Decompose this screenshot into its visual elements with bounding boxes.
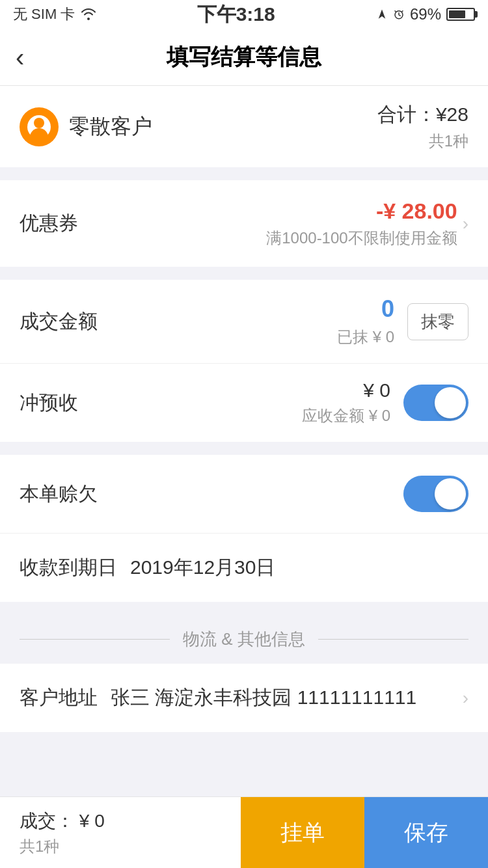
due-date-row: 收款到期日 2019年12月30日 <box>0 533 488 602</box>
status-left: 无 SIM 卡 <box>13 5 96 24</box>
coupon-values: -¥ 28.00 满1000-100不限制使用金额 <box>266 198 457 249</box>
customer-total: 合计：¥28 共1种 <box>377 102 468 152</box>
debit-toggle[interactable] <box>403 476 468 512</box>
address-section[interactable]: 客户地址 张三 海淀永丰科技园 11111111111 › <box>0 664 488 732</box>
divider-4 <box>0 602 488 615</box>
customer-section: 零散客户 合计：¥28 共1种 <box>0 86 488 167</box>
address-label: 客户地址 <box>20 685 98 711</box>
amount-right-group: 0 已抹 ¥ 0 抹零 <box>337 295 468 347</box>
coupon-section[interactable]: 优惠券 -¥ 28.00 满1000-100不限制使用金额 › <box>0 180 488 267</box>
battery-percent: 69% <box>410 5 441 23</box>
bottom-deal-count: 共1种 <box>20 836 221 857</box>
amount-values: 0 已抹 ¥ 0 <box>337 295 394 347</box>
address-row[interactable]: 客户地址 张三 海淀永丰科技园 11111111111 › <box>0 664 488 732</box>
divider-3 <box>0 442 488 455</box>
customer-name: 零散客户 <box>69 113 152 141</box>
avatar <box>20 107 59 146</box>
round-button[interactable]: 抹零 <box>407 303 468 340</box>
coupon-desc: 满1000-100不限制使用金额 <box>266 228 457 249</box>
bottom-bar: 成交： ¥ 0 共1种 挂单 保存 <box>0 796 488 868</box>
debit-toggle-knob <box>435 478 466 509</box>
bottom-summary: 成交： ¥ 0 共1种 <box>0 809 241 857</box>
total-amount: 合计：¥28 <box>377 102 468 128</box>
address-chevron-icon: › <box>463 688 468 709</box>
coupon-amount: -¥ 28.00 <box>376 198 457 224</box>
address-value: 张三 海淀永丰科技园 11111111111 <box>111 685 451 711</box>
status-bar: 无 SIM 卡 下午3:18 69% <box>0 0 488 29</box>
logistics-section: 物流 & 其他信息 <box>0 615 488 664</box>
debit-row: 本单赊欠 <box>0 455 488 533</box>
divider-1 <box>0 167 488 180</box>
debit-section: 本单赊欠 收款到期日 2019年12月30日 <box>0 455 488 602</box>
location-icon <box>376 8 388 20</box>
wifi-icon <box>81 8 96 20</box>
logistics-line-right <box>318 639 468 640</box>
chevron-right-icon: › <box>463 213 468 234</box>
amount-sub: 已抹 ¥ 0 <box>337 327 394 347</box>
logistics-line-left <box>20 639 170 640</box>
debit-label: 本单赊欠 <box>20 481 98 508</box>
customer-row: 零散客户 合计：¥28 共1种 <box>0 86 488 167</box>
divider-2 <box>0 267 488 280</box>
back-button[interactable]: ‹ <box>16 44 24 70</box>
no-sim-text: 无 SIM 卡 <box>13 5 75 24</box>
pre-receive-toggle[interactable] <box>403 385 468 421</box>
amount-label: 成交金额 <box>20 308 98 335</box>
pre-receive-label: 冲预收 <box>20 390 78 416</box>
bottom-deal-amount: 成交： ¥ 0 <box>20 809 221 834</box>
save-button[interactable]: 保存 <box>364 797 488 869</box>
nav-bar: ‹ 填写结算等信息 <box>0 29 488 86</box>
due-date-label: 收款到期日 <box>20 554 117 581</box>
coupon-row[interactable]: 优惠券 -¥ 28.00 满1000-100不限制使用金额 › <box>0 180 488 267</box>
coupon-label: 优惠券 <box>20 210 78 237</box>
pre-receive-row: 冲预收 ¥ 0 应收金额 ¥ 0 <box>0 363 488 442</box>
coupon-right: -¥ 28.00 满1000-100不限制使用金额 › <box>266 198 468 249</box>
customer-info: 零散客户 <box>20 107 152 146</box>
pend-button[interactable]: 挂单 <box>241 797 364 869</box>
amount-row: 成交金额 0 已抹 ¥ 0 抹零 <box>0 280 488 363</box>
pre-amounts: ¥ 0 应收金额 ¥ 0 <box>302 379 390 426</box>
due-date-value: 2019年12月30日 <box>130 554 275 581</box>
total-count: 共1种 <box>377 131 468 152</box>
avatar-icon <box>27 115 51 139</box>
logistics-label: 物流 & 其他信息 <box>183 628 305 651</box>
alarm-icon <box>393 8 405 20</box>
logistics-inner: 物流 & 其他信息 <box>20 628 468 651</box>
battery-icon <box>446 8 475 21</box>
status-right: 69% <box>376 5 475 23</box>
transaction-section: 成交金额 0 已抹 ¥ 0 抹零 冲预收 ¥ 0 应收金额 ¥ 0 <box>0 280 488 442</box>
pre-right: ¥ 0 应收金额 ¥ 0 <box>302 379 468 426</box>
page-title: 填写结算等信息 <box>167 42 321 72</box>
status-time: 下午3:18 <box>197 1 275 28</box>
pre-sub-amount: 应收金额 ¥ 0 <box>302 405 390 426</box>
pre-main-amount: ¥ 0 <box>363 379 390 401</box>
amount-value: 0 <box>381 295 394 323</box>
toggle-knob <box>435 387 466 418</box>
